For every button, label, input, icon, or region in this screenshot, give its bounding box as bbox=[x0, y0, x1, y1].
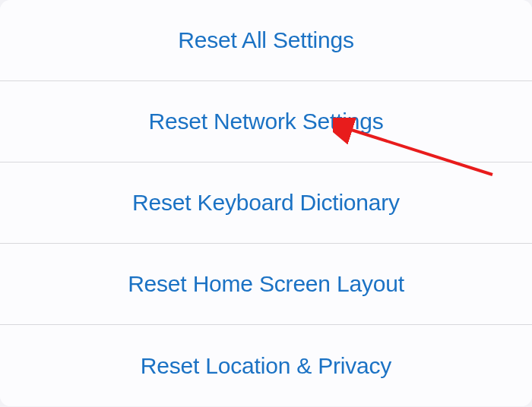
reset-item-label: Reset All Settings bbox=[178, 27, 354, 53]
reset-item-label: Reset Home Screen Layout bbox=[128, 271, 404, 297]
reset-all-settings-button[interactable]: Reset All Settings bbox=[0, 0, 532, 81]
reset-keyboard-dictionary-button[interactable]: Reset Keyboard Dictionary bbox=[0, 162, 532, 244]
reset-home-screen-layout-button[interactable]: Reset Home Screen Layout bbox=[0, 244, 532, 325]
reset-item-label: Reset Keyboard Dictionary bbox=[132, 190, 400, 216]
reset-settings-list: Reset All Settings Reset Network Setting… bbox=[0, 0, 532, 406]
reset-network-settings-button[interactable]: Reset Network Settings bbox=[0, 81, 532, 162]
reset-item-label: Reset Location & Privacy bbox=[141, 353, 391, 379]
reset-location-privacy-button[interactable]: Reset Location & Privacy bbox=[0, 325, 532, 406]
reset-item-label: Reset Network Settings bbox=[148, 109, 383, 134]
